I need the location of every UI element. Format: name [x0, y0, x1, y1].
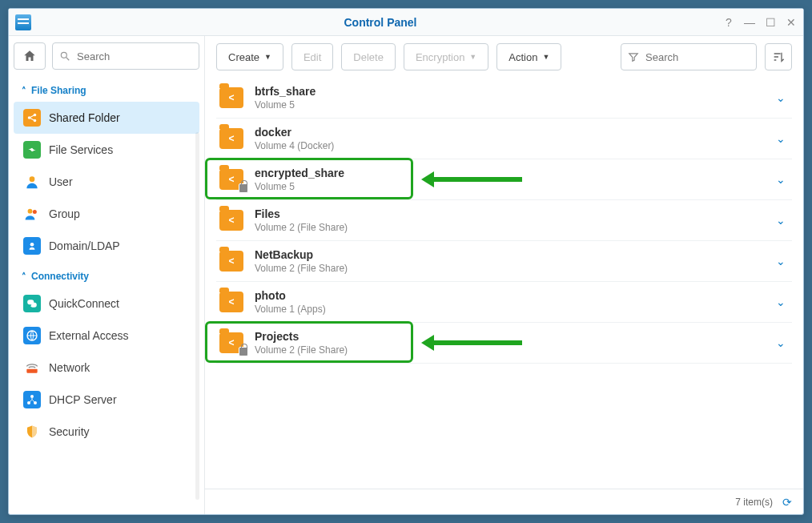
folder-name: btrfs_share: [255, 85, 762, 98]
refresh-button[interactable]: ⟳: [782, 496, 792, 509]
sidebar-item-domain-ldap[interactable]: Domain/LDAP: [14, 230, 199, 262]
sidebar: ˄ File Sharing Shared Folder File Servic…: [9, 36, 205, 514]
svg-point-7: [33, 210, 37, 214]
folder-icon: <: [219, 210, 243, 231]
folder-icon: <: [219, 87, 243, 108]
network-icon: [23, 359, 41, 376]
dhcp-icon: [23, 391, 41, 408]
sidebar-item-group[interactable]: Group: [14, 198, 199, 230]
external-access-icon: [23, 327, 41, 344]
sidebar-item-user[interactable]: User: [14, 166, 199, 198]
status-bar: 7 item(s) ⟳: [205, 489, 803, 514]
encryption-button[interactable]: Encryption▼: [404, 43, 488, 70]
sidebar-item-label: Domain/LDAP: [49, 239, 120, 252]
folder-row[interactable]: <FilesVolume 2 (File Share)⌄: [216, 200, 792, 241]
svg-line-1: [66, 58, 70, 61]
filter-input[interactable]: [621, 43, 757, 70]
folder-row[interactable]: <dockerVolume 4 (Docker)⌄: [216, 119, 792, 159]
control-panel-window: Control Panel ? — ☐ ✕: [8, 8, 804, 515]
sort-button[interactable]: [765, 43, 792, 70]
home-button[interactable]: [14, 42, 46, 70]
sidebar-item-label: QuickConnect: [49, 297, 119, 310]
chevron-up-icon: ˄: [22, 86, 26, 96]
expand-button[interactable]: ⌄: [773, 292, 789, 312]
file-services-icon: [23, 141, 41, 159]
toolbar: Create▼ Edit Delete Encryption▼ Action▼: [205, 36, 803, 78]
sidebar-item-shared-folder[interactable]: Shared Folder: [14, 102, 199, 134]
svg-rect-10: [26, 369, 37, 373]
folder-info: btrfs_shareVolume 5: [255, 85, 762, 111]
sidebar-item-file-services[interactable]: File Services: [14, 134, 199, 166]
minimize-button[interactable]: —: [744, 17, 755, 28]
folder-row[interactable]: <encrypted_shareVolume 5⌄: [216, 159, 792, 200]
sidebar-item-security[interactable]: Security: [14, 416, 199, 448]
folder-row[interactable]: <btrfs_shareVolume 5⌄: [216, 78, 792, 119]
titlebar: Control Panel ? — ☐ ✕: [9, 9, 803, 36]
expand-button[interactable]: ⌄: [773, 129, 789, 148]
domain-ldap-icon: [23, 237, 41, 255]
delete-button[interactable]: Delete: [341, 43, 396, 70]
window-controls: ? — ☐ ✕: [723, 17, 797, 28]
svg-point-6: [28, 209, 33, 214]
sidebar-scrollbar[interactable]: [195, 132, 199, 500]
close-button[interactable]: ✕: [786, 17, 797, 28]
expand-button[interactable]: ⌄: [773, 170, 789, 189]
sort-icon: [772, 50, 785, 63]
edit-button[interactable]: Edit: [291, 43, 333, 70]
section-connectivity[interactable]: ˄ Connectivity: [14, 265, 199, 288]
sidebar-item-dhcp-server[interactable]: DHCP Server: [14, 384, 199, 416]
folder-info: photoVolume 1 (Apps): [255, 289, 762, 315]
folder-icon: <: [219, 292, 243, 312]
action-button[interactable]: Action▼: [496, 43, 561, 70]
maximize-button[interactable]: ☐: [765, 17, 776, 28]
caret-down-icon: ▼: [264, 53, 271, 61]
sidebar-item-label: Security: [49, 425, 90, 438]
quickconnect-icon: [23, 295, 41, 312]
sidebar-item-label: File Services: [49, 143, 113, 156]
create-button[interactable]: Create▼: [216, 43, 283, 70]
main-panel: Create▼ Edit Delete Encryption▼ Action▼ …: [205, 36, 803, 514]
folder-subtitle: Volume 4 (Docker): [255, 140, 762, 151]
folder-icon: <: [219, 332, 243, 353]
folder-name: encrypted_share: [255, 167, 762, 179]
sidebar-item-label: Group: [49, 207, 80, 220]
folder-subtitle: Volume 2 (File Share): [255, 344, 762, 356]
sidebar-item-label: User: [49, 175, 73, 188]
home-icon: [22, 49, 37, 63]
svg-point-5: [30, 176, 35, 182]
sidebar-item-label: Shared Folder: [49, 111, 120, 124]
expand-button[interactable]: ⌄: [773, 211, 789, 230]
folder-subtitle: Volume 5: [255, 99, 762, 111]
sidebar-search-input[interactable]: [52, 42, 199, 70]
window-title: Control Panel: [38, 16, 723, 29]
folder-info: NetBackupVolume 2 (File Share): [255, 248, 762, 274]
expand-button[interactable]: ⌄: [773, 333, 789, 352]
folder-icon: <: [219, 251, 243, 272]
folder-subtitle: Volume 5: [255, 181, 762, 192]
help-button[interactable]: ?: [723, 17, 734, 28]
folder-row[interactable]: <NetBackupVolume 2 (File Share)⌄: [216, 241, 792, 282]
folder-row[interactable]: <ProjectsVolume 2 (File Share)⌄: [216, 323, 792, 364]
folder-info: ProjectsVolume 2 (File Share): [255, 330, 762, 356]
folder-row[interactable]: <photoVolume 1 (Apps)⌄: [216, 282, 792, 323]
user-icon: [23, 173, 41, 191]
sidebar-item-label: External Access: [49, 329, 129, 342]
folder-name: photo: [255, 289, 762, 302]
sidebar-item-network[interactable]: Network: [14, 352, 199, 384]
window-body: ˄ File Sharing Shared Folder File Servic…: [9, 36, 803, 514]
sidebar-item-quickconnect[interactable]: QuickConnect: [14, 288, 199, 320]
filter-icon: [628, 51, 639, 62]
security-icon: [23, 423, 41, 441]
expand-button[interactable]: ⌄: [773, 88, 789, 107]
app-icon: [15, 14, 31, 30]
sidebar-item-external-access[interactable]: External Access: [14, 320, 199, 352]
expand-button[interactable]: ⌄: [773, 251, 789, 271]
chevron-up-icon: ˄: [22, 272, 26, 282]
folder-icon: <: [219, 128, 243, 149]
folder-name: docker: [255, 126, 762, 139]
group-icon: [23, 205, 41, 223]
sidebar-item-label: DHCP Server: [49, 393, 117, 406]
section-file-sharing[interactable]: ˄ File Sharing: [14, 79, 199, 102]
folder-icon: <: [219, 169, 243, 190]
search-icon: [59, 50, 70, 62]
